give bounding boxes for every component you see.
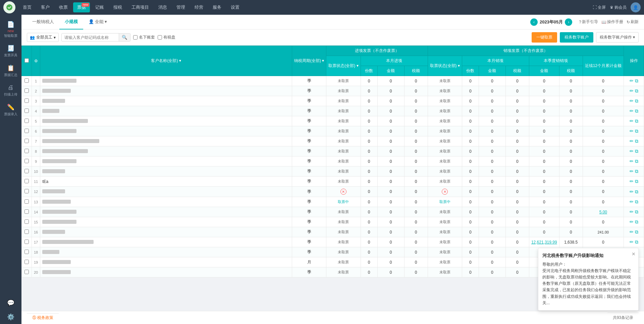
copy-icon[interactable]: ⧉ xyxy=(635,158,638,164)
copy-icon[interactable]: ⧉ xyxy=(635,239,638,245)
nav-service[interactable]: 服务 xyxy=(209,2,225,12)
row-checkbox-cell[interactable] xyxy=(22,237,32,247)
header-out-status[interactable]: 取票状态(全部) ▾ xyxy=(428,56,462,76)
nav-bookkeeping[interactable]: 记账 xyxy=(91,2,108,12)
edit-icon[interactable]: ✏ xyxy=(630,138,634,144)
edit-icon[interactable]: ✏ xyxy=(630,219,634,224)
copy-icon[interactable]: ⧉ xyxy=(635,219,638,224)
row-checkbox-cell[interactable] xyxy=(22,146,32,156)
next-month-btn[interactable]: › xyxy=(565,18,572,26)
row-checkbox[interactable] xyxy=(24,149,29,153)
guide-btn[interactable]: ? 新手引导 xyxy=(579,19,598,25)
edit-icon[interactable]: ✏ xyxy=(630,158,634,164)
edit-icon[interactable]: ✏ xyxy=(630,189,634,194)
sidebar-item-open-invoice[interactable]: 🧾 发票开具 xyxy=(0,41,21,61)
tab-all[interactable]: 👤 全能 ▾ xyxy=(83,15,112,29)
user-avatar[interactable]: 👤 xyxy=(631,2,641,12)
refresh-btn[interactable]: ↻ 刷新 xyxy=(627,19,639,25)
edit-icon[interactable]: ✏ xyxy=(630,209,634,214)
edit-icon[interactable]: ✏ xyxy=(630,88,634,93)
nav-settings[interactable]: 设置 xyxy=(227,2,244,12)
nav-manage[interactable]: 管理 xyxy=(172,2,189,12)
employee-select[interactable]: 👥 全部员工 ▾ xyxy=(27,33,59,42)
nav-business[interactable]: 工商项目 xyxy=(127,2,153,12)
nav-invoice[interactable]: 票据 new xyxy=(73,2,90,12)
edit-icon[interactable]: ✏ xyxy=(630,128,634,134)
tab-small-scale[interactable]: 小规模 xyxy=(59,15,83,29)
subordinate-checkbox[interactable] xyxy=(133,35,138,40)
nav-customer[interactable]: 客户 xyxy=(37,2,54,12)
sidebar-item-settings[interactable]: ⚙️ xyxy=(6,310,16,324)
row-checkbox-cell[interactable] xyxy=(22,167,32,177)
row-checkbox[interactable] xyxy=(24,139,29,143)
copy-icon[interactable]: ⧉ xyxy=(635,209,638,214)
sidebar-item-summary[interactable]: 📋 票据汇总 xyxy=(0,61,21,81)
row-checkbox[interactable] xyxy=(24,250,29,254)
row-checkbox[interactable] xyxy=(24,109,29,113)
edit-icon[interactable]: ✏ xyxy=(630,78,634,83)
edit-icon[interactable]: ✏ xyxy=(630,239,634,245)
edit-icon[interactable]: ✏ xyxy=(630,118,634,124)
row-checkbox[interactable] xyxy=(24,159,29,163)
copy-icon[interactable]: ⧉ xyxy=(635,88,638,93)
row-checkbox[interactable] xyxy=(24,209,29,214)
row-checkbox-cell[interactable] xyxy=(22,126,32,136)
row-checkbox-cell[interactable] xyxy=(22,177,32,187)
copy-icon[interactable]: ⧉ xyxy=(635,189,638,194)
row-checkbox[interactable] xyxy=(24,99,29,103)
check-subordinate[interactable]: 名下账套 xyxy=(133,35,155,40)
copy-icon[interactable]: ⧉ xyxy=(635,179,638,184)
manual-btn[interactable]: 📖 操作手册 xyxy=(601,19,623,25)
row-checkbox-cell[interactable] xyxy=(22,267,32,277)
policy-link[interactable]: ⑤ 税务政策 xyxy=(27,313,59,322)
row-checkbox-cell[interactable] xyxy=(22,106,32,116)
row-checkbox-cell[interactable] xyxy=(22,217,32,227)
copy-icon[interactable]: ⧉ xyxy=(635,98,638,104)
tab-general-taxpayer[interactable]: 一般纳税人 xyxy=(27,15,59,29)
sidebar-item-smart-ticket[interactable]: 📄 new 智能取票 xyxy=(0,17,21,41)
copy-icon[interactable]: ⧉ xyxy=(635,138,638,144)
row-checkbox[interactable] xyxy=(24,78,29,83)
row-checkbox-cell[interactable] xyxy=(22,156,32,167)
copy-icon[interactable]: ⧉ xyxy=(635,169,638,174)
nav-home[interactable]: 首页 xyxy=(19,2,36,12)
row-checkbox[interactable] xyxy=(24,129,29,133)
row-checkbox[interactable] xyxy=(24,260,29,264)
row-checkbox-cell[interactable] xyxy=(22,187,32,197)
copy-icon[interactable]: ⧉ xyxy=(635,229,638,235)
row-checkbox-cell[interactable] xyxy=(22,136,32,146)
header-in-status[interactable]: 取票状态(全部) ▾ xyxy=(326,56,361,76)
rolling-link[interactable]: 5.00 xyxy=(599,210,607,214)
edit-icon[interactable]: ✏ xyxy=(630,108,634,114)
select-all-checkbox[interactable] xyxy=(24,58,29,63)
copy-icon[interactable]: ⧉ xyxy=(635,78,638,83)
nav-operation[interactable]: 经营 xyxy=(191,2,207,12)
digital-operation-btn[interactable]: 税务数字账户操作 ▾ xyxy=(596,32,639,43)
row-checkbox[interactable] xyxy=(24,179,29,183)
edit-icon[interactable]: ✏ xyxy=(630,169,634,174)
row-checkbox-cell[interactable] xyxy=(22,96,32,106)
notification-close-btn[interactable]: ✕ xyxy=(632,250,636,258)
sidebar-item-scan[interactable]: 🖨 扫描上传 xyxy=(0,81,21,100)
copy-icon[interactable]: ⧉ xyxy=(635,118,638,124)
copy-icon[interactable]: ⧉ xyxy=(635,148,638,154)
row-checkbox-cell[interactable] xyxy=(22,197,32,207)
copy-icon[interactable]: ⧉ xyxy=(635,108,638,114)
edit-icon[interactable]: ✏ xyxy=(630,98,634,104)
header-tax-period[interactable]: 纳税周期(全部) ▾ xyxy=(292,46,326,76)
app-logo[interactable] xyxy=(3,1,15,13)
row-checkbox[interactable] xyxy=(24,230,29,234)
row-checkbox-cell[interactable] xyxy=(22,76,32,86)
copy-icon[interactable]: ⧉ xyxy=(635,199,638,204)
search-input[interactable] xyxy=(62,34,119,41)
check-tax-disk[interactable]: 有税盘 xyxy=(158,35,175,40)
row-checkbox-cell[interactable] xyxy=(22,207,32,217)
row-checkbox[interactable] xyxy=(24,199,29,204)
row-checkbox[interactable] xyxy=(24,169,29,173)
taxdisk-checkbox[interactable] xyxy=(158,35,162,40)
refund-amount-link[interactable]: 12,621,319.99 xyxy=(531,240,557,245)
row-checkbox-cell[interactable] xyxy=(22,116,32,126)
edit-icon[interactable]: ✏ xyxy=(630,199,634,204)
row-checkbox[interactable] xyxy=(24,219,29,224)
row-checkbox[interactable] xyxy=(24,240,29,244)
